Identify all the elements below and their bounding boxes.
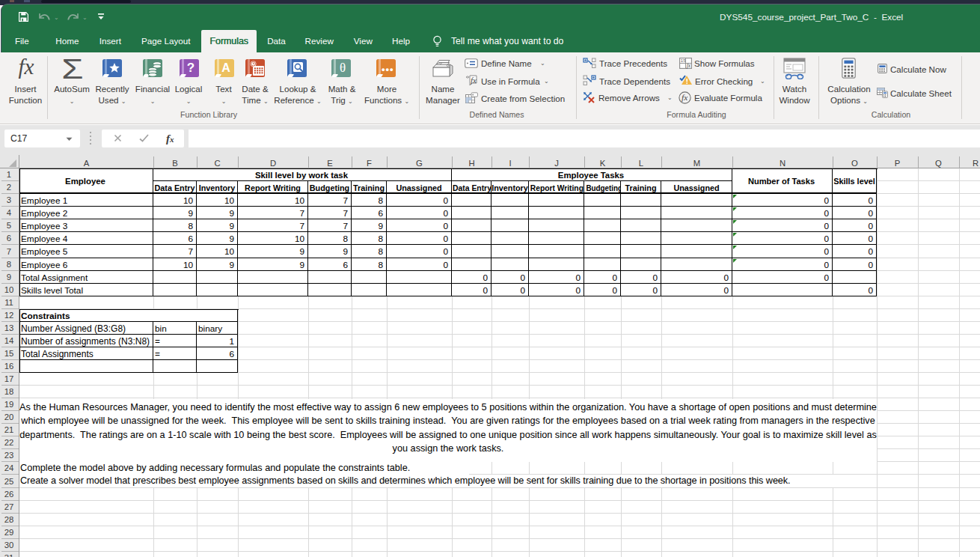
svg-text:15: 15 <box>681 58 686 63</box>
svg-text:fx: fx <box>471 76 477 85</box>
svg-text:fx: fx <box>687 62 691 69</box>
svg-text:fx: fx <box>682 93 687 102</box>
